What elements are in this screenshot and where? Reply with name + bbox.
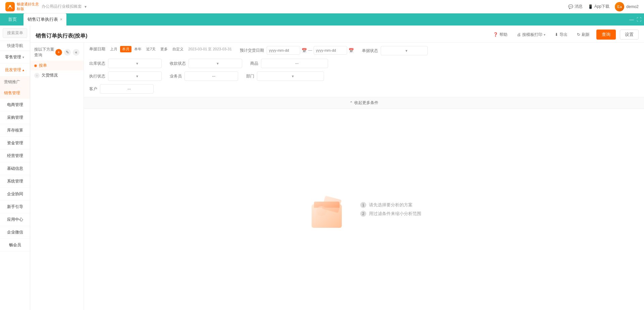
message-btn[interactable]: 💬 消息 xyxy=(568,4,583,9)
date-tabs: 上月 本月 本年 近7天 更多 自定义 xyxy=(108,46,185,52)
tab-sales-order[interactable]: 销售订单执行表 × xyxy=(23,13,66,25)
wholesale-arrow-icon: ▲ xyxy=(22,68,25,72)
help-btn[interactable]: ❓ 帮助 xyxy=(490,31,510,39)
sidebar-item-purchase[interactable]: 采购管理 xyxy=(0,111,30,124)
customer-ellipsis-btn[interactable]: ··· xyxy=(126,87,151,91)
collapse-icon: ⌃ xyxy=(350,101,353,105)
customer-input[interactable]: ··· xyxy=(100,84,154,94)
exec-status-select[interactable]: ▼ xyxy=(108,71,162,81)
active-scheme-dot xyxy=(34,64,37,67)
sidebar-item-retail[interactable]: 零售管理 ▼ xyxy=(0,51,30,64)
settings-btn[interactable]: 设置 xyxy=(620,30,639,40)
user-profile[interactable]: Ea demo2 xyxy=(615,2,639,11)
sidebar-item-ecommerce[interactable]: 电商管理 xyxy=(0,99,30,111)
salesperson-group: 业务员 ··· xyxy=(170,71,238,81)
salesperson-input[interactable]: ··· xyxy=(184,71,238,81)
delivery-status-select[interactable]: ▼ xyxy=(108,59,162,68)
payment-status-group: 收款状态 ▼ xyxy=(170,59,242,68)
right-panel: 单据日期 上月 本月 本年 近7天 更多 自定义 2023-03-01 至 20… xyxy=(84,43,644,310)
print-btn[interactable]: 🖨 按模板打印 ▾ xyxy=(514,31,548,39)
step-num-2: 2 xyxy=(360,211,366,217)
date-tab-custom[interactable]: 自定义 xyxy=(170,46,185,52)
tab-maximize-btn[interactable]: ⛶ xyxy=(637,17,641,22)
query-btn[interactable]: 查询 xyxy=(596,30,616,40)
logo-text: 畅捷通好生意 标版 xyxy=(17,2,39,11)
sidebar-item-inventory[interactable]: 库存核算 xyxy=(0,124,30,137)
sidebar-item-guide[interactable]: 新手引导 xyxy=(0,201,30,213)
edit-scheme-btn[interactable]: ✎ xyxy=(64,49,71,56)
empty-step-1: 1 请先选择要分析的方案 xyxy=(360,202,413,208)
date-tab-more[interactable]: 更多 xyxy=(158,46,170,52)
date-tab-7days[interactable]: 近7天 xyxy=(144,46,158,52)
sidebar-item-sales-mgmt[interactable]: 销售管理 xyxy=(0,88,30,99)
product-ellipsis-btn[interactable]: ··· xyxy=(294,61,325,66)
sidebar-search-btn[interactable]: 搜索菜单 xyxy=(3,28,27,38)
salesperson-ellipsis-btn[interactable]: ··· xyxy=(211,74,235,79)
date-tab-last-month[interactable]: 上月 xyxy=(108,46,119,52)
add-scheme-btn[interactable]: + xyxy=(55,49,62,56)
sidebar: 搜索菜单 快捷导航 零售管理 ▼ 批发管理 ▲ 营销推广 销售管理 电商管理 采… xyxy=(0,25,30,310)
empty-state: 1 请先选择要分析的方案 2 用过滤条件来缩小分析范围 xyxy=(307,191,421,228)
scheme-item-order[interactable]: 按单 xyxy=(30,61,84,70)
sidebar-item-finance[interactable]: 资金管理 xyxy=(0,137,30,150)
sidebar-item-apps[interactable]: 应用中心 xyxy=(0,213,30,226)
dept-group: 部门 ▼ xyxy=(246,71,324,81)
header-right: 💬 消息 📱 App下载 Ea demo2 xyxy=(568,2,639,11)
tab-minimize-btn[interactable]: — xyxy=(629,17,634,22)
page-title: 销售订单执行表(按单) xyxy=(36,33,88,40)
sidebar-item-membership[interactable]: 畅会员 xyxy=(0,239,30,252)
sidebar-item-enterprise[interactable]: 企业协同 xyxy=(0,188,30,201)
left-panel: 按以下方案查询 + ✎ « 按单 ○ 欠货情况 xyxy=(30,43,84,310)
payment-dropdown-icon: ▼ xyxy=(216,62,239,65)
empty-text: 1 请先选择要分析的方案 2 用过滤条件来缩小分析范围 xyxy=(360,202,421,217)
export-btn[interactable]: ⬇ 导出 xyxy=(552,31,570,39)
refresh-btn[interactable]: ↻ 刷新 xyxy=(574,31,592,39)
message-icon: 💬 xyxy=(568,4,573,9)
sidebar-item-marketing[interactable]: 营销推广 xyxy=(0,76,30,88)
payment-status-select[interactable]: ▼ xyxy=(189,59,242,68)
expected-date-end[interactable] xyxy=(314,46,347,55)
scheme-item-shortage[interactable]: ○ 欠货情况 xyxy=(30,70,84,80)
left-panel-header: 按以下方案查询 + ✎ « xyxy=(30,45,84,61)
date-input-group: 📅 — 📅 xyxy=(267,46,354,55)
filter-row-3: 执行状态 ▼ 业务员 ··· xyxy=(84,71,644,84)
app-download-btn[interactable]: 📱 App下载 xyxy=(588,4,609,9)
expected-date-start[interactable] xyxy=(267,46,300,55)
dept-dropdown-icon: ▼ xyxy=(291,74,321,78)
status-filter-group: 单据状态 ▼ xyxy=(362,46,428,55)
sidebar-item-wechat[interactable]: 企业微信 xyxy=(0,226,30,239)
date-tab-this-month[interactable]: 本月 xyxy=(120,46,131,52)
empty-illustration xyxy=(307,191,347,228)
tab-home[interactable]: 首页 xyxy=(3,13,22,25)
status-select[interactable]: ▼ xyxy=(381,46,428,55)
delivery-status-label: 出库状态 xyxy=(89,61,105,66)
dept-select[interactable]: ▼ xyxy=(257,71,324,81)
sidebar-item-operations[interactable]: 经营管理 xyxy=(0,150,30,162)
exec-status-group: 执行状态 ▼ xyxy=(89,71,162,81)
collapse-panel-btn[interactable]: « xyxy=(73,49,79,56)
sidebar-quick-nav[interactable]: 快捷导航 xyxy=(0,41,30,51)
sidebar-item-basic[interactable]: 基础信息 xyxy=(0,162,30,175)
tab-bar-right: — ⛶ xyxy=(629,17,641,22)
calendar-icon-start[interactable]: 📅 xyxy=(302,48,307,53)
sidebar-item-system[interactable]: 系统管理 xyxy=(0,175,30,188)
print-dropdown-icon[interactable]: ▾ xyxy=(544,33,545,37)
sidebar-item-wholesale[interactable]: 批发管理 ▲ xyxy=(0,64,30,76)
sidebar-sub-wholesale: 营销推广 销售管理 xyxy=(0,76,30,99)
calendar-icon-end[interactable]: 📅 xyxy=(348,48,354,53)
date-tab-this-year[interactable]: 本年 xyxy=(132,46,144,52)
filter-row-1: 单据日期 上月 本月 本年 近7天 更多 自定义 2023-03-01 至 20… xyxy=(84,43,644,59)
tab-bar: 首页 销售订单执行表 × — ⛶ xyxy=(0,13,644,25)
header-left: 畅捷通好生意 标版 办公用品行业模拟账套 ▾ xyxy=(5,2,87,11)
product-input[interactable]: ··· xyxy=(261,59,328,68)
top-header: 畅捷通好生意 标版 办公用品行业模拟账套 ▾ 💬 消息 📱 App下载 Ea d… xyxy=(0,0,644,13)
date-separator: — xyxy=(308,48,312,53)
breadcrumb-arrow[interactable]: ▾ xyxy=(85,4,87,9)
status-dropdown-icon: ▼ xyxy=(405,49,425,53)
exec-status-label: 执行状态 xyxy=(89,73,105,79)
logo-area[interactable]: 畅捷通好生意 标版 xyxy=(5,2,39,11)
tab-close-icon[interactable]: × xyxy=(60,17,62,22)
collapse-btn[interactable]: ⌃ 收起更多条件 xyxy=(345,99,382,106)
download-icon: 📱 xyxy=(588,4,593,9)
print-icon: 🖨 xyxy=(517,32,521,37)
